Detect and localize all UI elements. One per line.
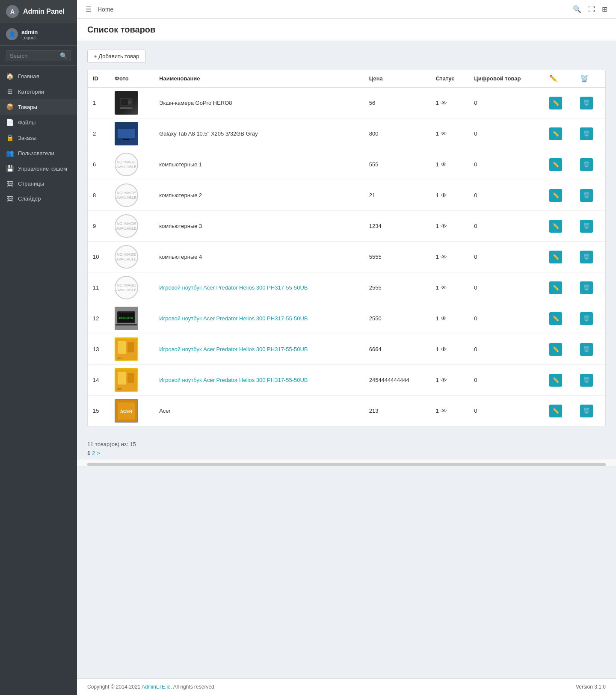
edit-button[interactable]: ✏️: [549, 281, 562, 294]
delete-button[interactable]: 🗑️: [580, 312, 593, 325]
search-button[interactable]: 🔍: [60, 52, 67, 59]
svg-text:BIO: BIO: [118, 357, 121, 360]
cell-digital: 0: [469, 303, 544, 334]
fullscreen-icon[interactable]: ⛶: [588, 6, 595, 13]
delete-button[interactable]: 🗑️: [580, 281, 593, 294]
edit-button[interactable]: ✏️: [549, 343, 562, 356]
delete-button[interactable]: 🗑️: [580, 189, 593, 202]
status-value: 1: [436, 408, 439, 414]
cell-status: 1👁: [431, 334, 469, 365]
delete-button[interactable]: 🗑️: [580, 343, 593, 356]
edit-button[interactable]: ✏️: [549, 220, 562, 233]
cell-edit: ✏️: [544, 87, 575, 118]
users-icon: 👥: [6, 149, 14, 157]
edit-button[interactable]: ✏️: [549, 158, 562, 171]
page-next[interactable]: >: [97, 450, 100, 456]
no-image-placeholder: NO IMAGE AVAILABLE: [115, 183, 138, 207]
cell-edit: ✏️: [544, 242, 575, 272]
cell-id: 6: [88, 149, 110, 180]
cell-name[interactable]: Игровой ноутбук Acer Predator Helios 300…: [154, 334, 364, 365]
product-image: PREDATOR: [115, 307, 138, 330]
edit-button[interactable]: ✏️: [549, 251, 562, 263]
sidebar-item-fajly[interactable]: 📄 Файлы: [0, 115, 77, 130]
delete-button[interactable]: 🗑️: [580, 405, 593, 417]
horizontal-scrollbar[interactable]: [87, 463, 606, 466]
page-1[interactable]: 1: [87, 450, 90, 456]
search-input[interactable]: [10, 53, 60, 59]
sidebar-item-polzovateli[interactable]: 👥 Пользователи: [0, 145, 77, 161]
sidebar-item-kesh[interactable]: 💾 Управление кэшем: [0, 161, 77, 176]
content-area: + Добавить товар ID Фото Наименование Це…: [77, 41, 616, 435]
sidebar-item-glavnaya[interactable]: 🏠 Главная: [0, 68, 77, 84]
footer-version: Version 3.1.0: [576, 684, 606, 690]
cell-photo: NO IMAGE AVAILABLE: [110, 211, 154, 242]
edit-button[interactable]: ✏️: [549, 97, 562, 109]
eye-icon: 👁: [441, 284, 447, 291]
sidebar-item-kategorii[interactable]: ⊞ Категории: [0, 84, 77, 99]
sidebar-item-stranicy[interactable]: 🖼 Страницы: [0, 176, 77, 191]
cell-status: 1👁: [431, 272, 469, 303]
nav-label: Страницы: [18, 180, 44, 187]
nav-label: Товары: [18, 104, 37, 110]
cell-price: 1234: [364, 211, 431, 242]
delete-button[interactable]: 🗑️: [580, 374, 593, 387]
delete-button[interactable]: 🗑️: [580, 251, 593, 263]
delete-button[interactable]: 🗑️: [580, 158, 593, 171]
cell-status: 1👁: [431, 149, 469, 180]
cell-photo: ACER: [110, 396, 154, 426]
status-value: 1: [436, 192, 439, 198]
cell-digital: 0: [469, 365, 544, 396]
page-header: Список товаров: [77, 19, 616, 41]
table-header-row: ID Фото Наименование Цена Статус Цифрово…: [88, 70, 605, 87]
cell-status: 1👁: [431, 180, 469, 211]
sidebar-item-zakazy[interactable]: 🔒 Заказы: [0, 130, 77, 145]
cell-name: Galaxy Tab A8 10.5" X205 3/32GB Gray: [154, 118, 364, 149]
status-value: 1: [436, 377, 439, 383]
brand: A Admin Panel: [0, 0, 77, 23]
edit-button[interactable]: ✏️: [549, 189, 562, 202]
eye-icon: 👁: [441, 407, 447, 414]
eye-icon: 👁: [441, 192, 447, 199]
cell-status: 1👁: [431, 396, 469, 426]
sidebar-item-slajder[interactable]: 🖼 Слайдер: [0, 191, 77, 206]
cell-photo: NO IMAGE AVAILABLE: [110, 242, 154, 272]
eye-icon: 👁: [441, 161, 447, 168]
cell-name: Acer: [154, 396, 364, 426]
table-row: 1Экшн-камера GoPro HERO8561👁0✏️🗑️: [88, 87, 605, 118]
sidebar-item-tovary[interactable]: 📦 Товары: [0, 99, 77, 115]
cell-edit: ✏️: [544, 334, 575, 365]
delete-button[interactable]: 🗑️: [580, 220, 593, 233]
delete-button[interactable]: 🗑️: [580, 97, 593, 109]
logout-link[interactable]: Logout: [21, 35, 38, 40]
product-image: BIO: [115, 337, 138, 361]
apps-icon[interactable]: ⊞: [602, 5, 607, 13]
pagination-count: 11 товар(ов) из: 15: [87, 441, 606, 447]
cell-delete: 🗑️: [575, 272, 605, 303]
username: admin: [21, 29, 38, 35]
cell-photo: BIO: [110, 365, 154, 396]
cell-price: 213: [364, 396, 431, 426]
edit-button[interactable]: ✏️: [549, 405, 562, 417]
footer-link[interactable]: AdminLTE.io.: [142, 684, 172, 690]
page-2[interactable]: 2: [92, 450, 95, 456]
search-icon[interactable]: 🔍: [573, 5, 581, 13]
search-inner: 🔍: [6, 50, 71, 61]
edit-button[interactable]: ✏️: [549, 127, 562, 140]
edit-button[interactable]: ✏️: [549, 312, 562, 325]
cell-name[interactable]: Игровой ноутбук Acer Predator Helios 300…: [154, 303, 364, 334]
cell-name[interactable]: Игровой ноутбук Acer Predator Helios 300…: [154, 272, 364, 303]
cell-status: 1👁: [431, 87, 469, 118]
svg-text:BIO: BIO: [118, 388, 121, 390]
cell-name[interactable]: Игровой ноутбук Acer Predator Helios 300…: [154, 365, 364, 396]
cell-status: 1👁: [431, 365, 469, 396]
user-info: admin Logout: [21, 29, 38, 40]
cell-id: 11: [88, 272, 110, 303]
add-product-button[interactable]: + Добавить товар: [87, 50, 146, 63]
menu-toggle-icon[interactable]: ☰: [86, 5, 92, 13]
cell-status: 1👁: [431, 303, 469, 334]
file-icon: 📄: [6, 118, 14, 126]
edit-button[interactable]: ✏️: [549, 374, 562, 387]
cell-photo: [110, 87, 154, 118]
delete-button[interactable]: 🗑️: [580, 127, 593, 140]
cell-photo: [110, 118, 154, 149]
